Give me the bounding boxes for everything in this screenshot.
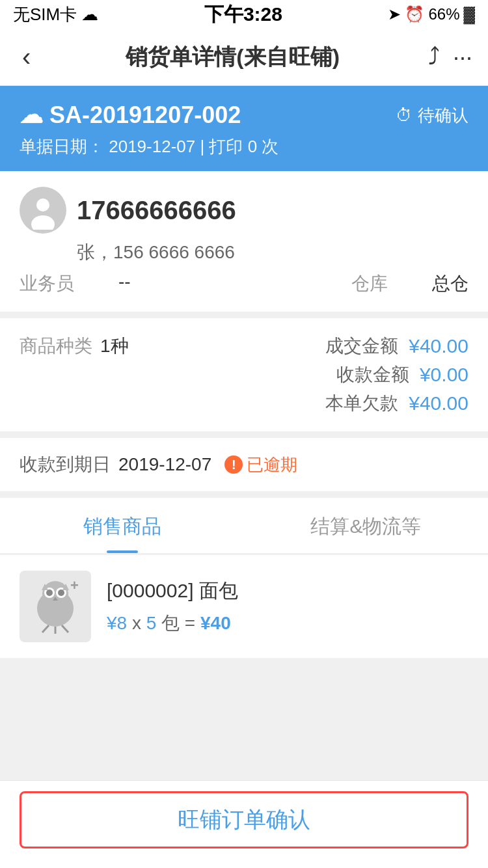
status-label: 待确认 <box>418 104 468 127</box>
alarm-icon: ⏰ <box>405 5 424 23</box>
paid-amount-row: 收款金额 ¥0.00 <box>336 362 468 387</box>
print-info: | 打印 0 次 <box>200 137 278 156</box>
empty-content <box>0 658 488 789</box>
more-icon[interactable]: ··· <box>453 44 472 71</box>
warehouse-value: 总仓 <box>432 271 468 296</box>
svg-text:+: + <box>70 577 79 593</box>
customer-top: 17666666666 <box>20 187 468 234</box>
nav-actions: ⤴ ··· <box>428 44 472 71</box>
owe-amount-row: 本单欠款 ¥40.00 <box>325 391 468 416</box>
paid-amount-label: 收款金额 <box>336 362 409 387</box>
deal-amount-label: 成交金额 <box>325 334 398 359</box>
warehouse-label: 仓库 <box>351 271 388 296</box>
battery-label: 66% <box>428 5 459 23</box>
owe-amount-label: 本单欠款 <box>325 391 398 416</box>
order-id-text: SA-20191207-002 <box>49 102 241 129</box>
unit-label: 包 <box>161 613 180 633</box>
equals-sign: = <box>185 613 200 633</box>
status-time: 下午3:28 <box>204 1 282 28</box>
overdue-icon: ! <box>224 455 243 474</box>
salesman-value: -- <box>118 271 131 296</box>
svg-point-8 <box>46 590 53 596</box>
order-status: ⏱ 待确认 <box>396 104 468 127</box>
salesman-label: 业务员 <box>20 271 74 296</box>
svg-point-9 <box>58 590 64 596</box>
unit-price: ¥8 <box>107 613 127 633</box>
nav-bar: ‹ 销货单详情(来自旺铺) ⤴ ··· <box>0 29 488 86</box>
product-details: [0000002] 面包 ¥8 x 5 包 = ¥40 <box>107 578 468 636</box>
deal-amount-value: ¥40.00 <box>409 335 468 357</box>
order-header: ☁ SA-20191207-002 ⏱ 待确认 单据日期： 2019-12-07… <box>0 86 488 171</box>
deal-amount-row: 成交金额 ¥40.00 <box>325 334 468 359</box>
customer-card: 17666666666 张，156 6666 6666 业务员 -- 仓库 总仓 <box>0 171 488 318</box>
due-date-value: 2019-12-07 <box>118 454 211 475</box>
product-list: + [0000002] 面包 ¥8 x 5 包 = ¥40 <box>0 555 488 658</box>
confirm-order-button[interactable]: 旺铺订单确认 <box>20 791 468 848</box>
product-thumbnail: + <box>20 571 91 642</box>
product-image: + <box>20 571 91 642</box>
battery-icon: ▓ <box>463 5 475 23</box>
share-icon[interactable]: ⤴ <box>428 44 440 71</box>
order-date-row: 单据日期： 2019-12-07 | 打印 0 次 <box>20 135 468 158</box>
bottom-bar: 旺铺订单确认 <box>0 780 488 868</box>
order-id-row: ☁ SA-20191207-002 ⏱ 待确认 <box>20 102 468 129</box>
svg-point-1 <box>36 198 49 211</box>
overdue-text: 已逾期 <box>247 454 297 476</box>
order-date: 2019-12-07 <box>109 137 195 156</box>
due-date-label: 收款到期日 <box>20 452 111 477</box>
tab-settlement[interactable]: 结算&物流等 <box>244 498 488 553</box>
customer-info-row: 业务员 -- 仓库 总仓 <box>20 271 468 296</box>
due-date-card: 收款到期日 2019-12-07 ! 已逾期 <box>0 438 488 498</box>
total-price: ¥40 <box>200 613 231 633</box>
order-id-icon: ☁ <box>20 102 43 129</box>
date-label: 单据日期： <box>20 137 104 156</box>
product-title: 面包 <box>199 580 238 601</box>
product-price-row: ¥8 x 5 包 = ¥40 <box>107 611 468 636</box>
tab-products[interactable]: 销售商品 <box>0 498 244 553</box>
product-type-value: 1种 <box>100 334 129 359</box>
back-button[interactable]: ‹ <box>16 36 37 78</box>
summary-row: 商品种类 1种 成交金额 ¥40.00 收款金额 ¥0.00 本单欠款 ¥40.… <box>20 334 468 416</box>
summary-card: 商品种类 1种 成交金额 ¥40.00 收款金额 ¥0.00 本单欠款 ¥40.… <box>0 318 488 438</box>
location-icon: ➤ <box>388 5 401 23</box>
multiply-sign: x <box>132 613 146 633</box>
owe-amount-value: ¥40.00 <box>409 392 468 414</box>
product-type-area: 商品种类 1种 <box>20 334 129 359</box>
status-left: 无SIM卡 ☁ <box>13 3 98 26</box>
customer-sub: 张，156 6666 6666 <box>77 240 468 265</box>
order-id: ☁ SA-20191207-002 <box>20 102 241 129</box>
paid-amount-value: ¥0.00 <box>420 364 468 386</box>
no-sim-label: 无SIM卡 ☁ <box>13 3 98 26</box>
overdue-badge: ! 已逾期 <box>224 454 297 476</box>
quantity: 5 <box>146 613 157 633</box>
avatar <box>20 187 66 234</box>
table-row: + [0000002] 面包 ¥8 x 5 包 = ¥40 <box>0 555 488 658</box>
tabs-bar: 销售商品 结算&物流等 <box>0 498 488 554</box>
product-type-label: 商品种类 <box>20 334 92 359</box>
customer-phone: 17666666666 <box>77 196 236 225</box>
page-title: 销货单详情(来自旺铺) <box>126 42 340 72</box>
amounts-area: 成交金额 ¥40.00 收款金额 ¥0.00 本单欠款 ¥40.00 <box>325 334 468 416</box>
product-code: [0000002] <box>107 580 193 601</box>
status-right: ➤ ⏰ 66% ▓ <box>388 5 475 23</box>
status-clock-icon: ⏱ <box>396 105 413 126</box>
avatar-icon <box>23 191 62 230</box>
status-bar: 无SIM卡 ☁ 下午3:28 ➤ ⏰ 66% ▓ <box>0 0 488 29</box>
product-name: [0000002] 面包 <box>107 578 468 604</box>
